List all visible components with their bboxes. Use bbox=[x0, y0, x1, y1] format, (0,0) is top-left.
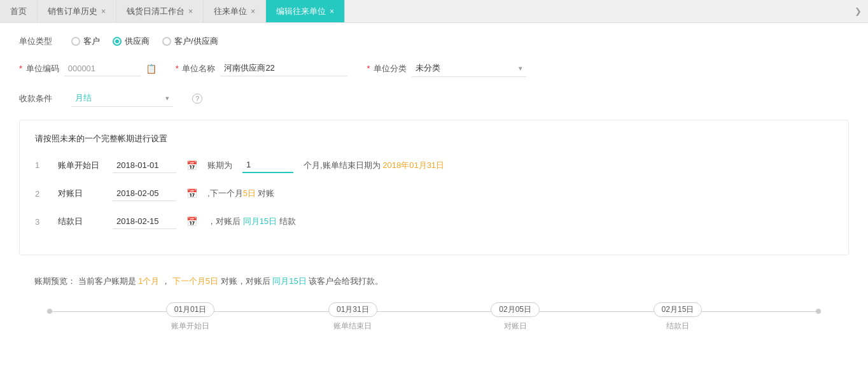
required-star-category: * bbox=[367, 64, 370, 73]
dot-end bbox=[816, 309, 821, 314]
period-input[interactable] bbox=[242, 157, 293, 173]
end-date-highlight: 2018年01月31日 bbox=[382, 160, 444, 170]
preview-label: 账期预览： bbox=[34, 276, 76, 286]
radio-customer-circle bbox=[71, 37, 80, 46]
timeline-node-3: 02月05日 对账日 bbox=[491, 302, 540, 332]
row-1-desc-prefix: 账期为 bbox=[207, 160, 232, 171]
timeline-label-3: 对账日 bbox=[504, 321, 527, 332]
preview-text-mid2: 对账，对账后 bbox=[221, 276, 270, 286]
row-num-1: 1 bbox=[35, 160, 48, 170]
payment-date-input[interactable] bbox=[113, 214, 176, 229]
main-content: 单位类型 客户 供应商 客户/供应商 * 单位编码 📋 bbox=[0, 23, 868, 387]
timeline-label-4: 结款日 bbox=[666, 321, 689, 332]
tab-home[interactable]: 首页 bbox=[0, 0, 38, 22]
start-date-input[interactable] bbox=[113, 158, 176, 173]
radio-both-label: 客户/供应商 bbox=[174, 36, 218, 47]
category-dropdown-arrow: ▾ bbox=[519, 64, 522, 73]
unit-category-label: * 单位分类 bbox=[367, 63, 407, 74]
timeline-label-2: 账单结束日 bbox=[333, 321, 372, 332]
row-num-2: 2 bbox=[35, 189, 48, 199]
tab-partner[interactable]: 往来单位 × bbox=[204, 0, 266, 22]
tab-edit-partner[interactable]: 编辑往来单位 × bbox=[266, 0, 345, 22]
unit-code-icon[interactable]: 📋 bbox=[146, 64, 157, 74]
timeline-node-1: 01月01日 账单开始日 bbox=[166, 302, 215, 332]
row-label-3: 结款日 bbox=[58, 216, 102, 227]
dot-start bbox=[47, 309, 52, 314]
timeline-node-2: 01月31日 账单结束日 bbox=[328, 302, 377, 332]
unit-name-input[interactable] bbox=[220, 61, 347, 76]
preview-text-mid1: ， bbox=[162, 276, 170, 286]
tab-cash-work[interactable]: 钱货日清工作台 × bbox=[116, 0, 204, 22]
tab-bar: 首页 销售订单历史 × 钱货日清工作台 × 往来单位 × 编辑往来单位 × ❯ bbox=[0, 0, 868, 23]
radio-supplier-circle bbox=[113, 37, 122, 46]
timeline-pill-2: 01月31日 bbox=[328, 302, 377, 317]
section-instruction: 请按照未来的一个完整帐期进行设置 bbox=[35, 133, 833, 144]
required-star-code: * bbox=[19, 64, 22, 73]
preview-highlight2: 下一个月5日 bbox=[172, 276, 218, 286]
unit-name-label: * 单位名称 bbox=[176, 63, 216, 74]
payment-date-cal-icon[interactable]: 📅 bbox=[186, 216, 197, 227]
payment-terms-value: 月结 bbox=[75, 92, 163, 104]
recon-day-highlight: 5日 bbox=[243, 188, 256, 198]
tab-edit-partner-label: 编辑往来单位 bbox=[276, 6, 326, 17]
unit-category-group: * 单位分类 未分类 ▾ bbox=[367, 60, 526, 77]
tab-cash-work-close[interactable]: × bbox=[188, 7, 193, 16]
timeline-pill-1: 01月01日 bbox=[166, 302, 215, 317]
tab-sales-history-close[interactable]: × bbox=[101, 7, 106, 16]
preview-highlight3: 同月15日 bbox=[272, 276, 306, 286]
radio-customer-label: 客户 bbox=[83, 36, 100, 47]
payment-terms-dropdown[interactable]: 月结 ▾ bbox=[71, 90, 173, 107]
required-star-name: * bbox=[176, 64, 179, 73]
timeline-label-1: 账单开始日 bbox=[171, 321, 209, 332]
radio-supplier[interactable]: 供应商 bbox=[113, 36, 150, 47]
unit-type-radio-group: 客户 供应商 客户/供应商 bbox=[71, 36, 218, 47]
unit-category-dropdown[interactable]: 未分类 ▾ bbox=[412, 60, 526, 77]
row-2-desc: ,下一个月5日 对账 bbox=[207, 188, 274, 199]
help-icon[interactable]: ? bbox=[192, 94, 202, 104]
tab-edit-partner-close[interactable]: × bbox=[330, 7, 334, 16]
timeline-pill-4: 02月15日 bbox=[654, 302, 703, 317]
preview-text-before: 当前客户账期是 bbox=[78, 276, 136, 286]
timeline-start-dot bbox=[47, 302, 52, 314]
timeline-end-dot bbox=[816, 302, 821, 314]
preview-section: 账期预览： 当前客户账期是 1个月 ， 下一个月5日 对账，对账后 同月15日 … bbox=[19, 265, 849, 332]
unit-code-group: * 单位编码 📋 bbox=[19, 61, 157, 76]
setting-row-2: 2 对账日 📅 ,下一个月5日 对账 bbox=[35, 186, 833, 201]
row-label-1: 账单开始日 bbox=[58, 160, 102, 171]
radio-customer[interactable]: 客户 bbox=[71, 36, 100, 47]
preview-text: 账期预览： 当前客户账期是 1个月 ， 下一个月5日 对账，对账后 同月15日 … bbox=[34, 276, 834, 287]
tab-expand-button[interactable]: ❯ bbox=[848, 0, 868, 22]
payment-terms-row: 收款条件 月结 ▾ ? bbox=[19, 90, 849, 107]
payment-terms-label: 收款条件 bbox=[19, 93, 52, 104]
tab-sales-history-label: 销售订单历史 bbox=[48, 6, 97, 17]
unit-name-group: * 单位名称 bbox=[176, 61, 348, 76]
row-label-2: 对账日 bbox=[58, 188, 102, 199]
tab-partner-label: 往来单位 bbox=[214, 6, 247, 17]
unit-info-row: * 单位编码 📋 * 单位名称 * 单位分类 未分类 ▾ bbox=[19, 60, 849, 77]
unit-code-label: * 单位编码 bbox=[19, 63, 59, 74]
timeline-node-4: 02月15日 结款日 bbox=[654, 302, 703, 332]
recon-date-input[interactable] bbox=[113, 186, 176, 201]
preview-text-after: 该客户会给我打款。 bbox=[309, 276, 383, 286]
setting-row-3: 3 结款日 📅 ，对账后 同月15日 结款 bbox=[35, 214, 833, 229]
preview-highlight1: 1个月 bbox=[138, 276, 159, 286]
row-num-3: 3 bbox=[35, 217, 48, 227]
timeline-nodes: 01月01日 账单开始日 01月31日 账单结束日 02月05日 对账日 02月… bbox=[47, 302, 821, 332]
start-date-cal-icon[interactable]: 📅 bbox=[186, 160, 197, 171]
recon-date-cal-icon[interactable]: 📅 bbox=[186, 188, 197, 199]
payment-terms-dropdown-arrow: ▾ bbox=[165, 94, 169, 102]
unit-type-label: 单位类型 bbox=[19, 36, 52, 47]
row-1-desc-suffix: 个月,账单结束日期为 2018年01月31日 bbox=[304, 160, 444, 171]
unit-category-value: 未分类 bbox=[416, 62, 516, 74]
payment-day-highlight: 同月15日 bbox=[243, 216, 277, 226]
radio-both-circle bbox=[162, 37, 171, 46]
radio-supplier-label: 供应商 bbox=[125, 36, 150, 47]
tab-partner-close[interactable]: × bbox=[251, 7, 255, 16]
timeline-container: 01月01日 账单开始日 01月31日 账单结束日 02月05日 对账日 02月… bbox=[34, 302, 834, 332]
radio-both[interactable]: 客户/供应商 bbox=[162, 36, 218, 47]
unit-type-row: 单位类型 客户 供应商 客户/供应商 bbox=[19, 36, 849, 47]
unit-code-input[interactable] bbox=[64, 61, 141, 76]
row-3-desc: ，对账后 同月15日 结款 bbox=[207, 216, 296, 227]
setting-row-1: 1 账单开始日 📅 账期为 个月,账单结束日期为 2018年01月31日 bbox=[35, 157, 833, 173]
tab-sales-history[interactable]: 销售订单历史 × bbox=[38, 0, 116, 22]
